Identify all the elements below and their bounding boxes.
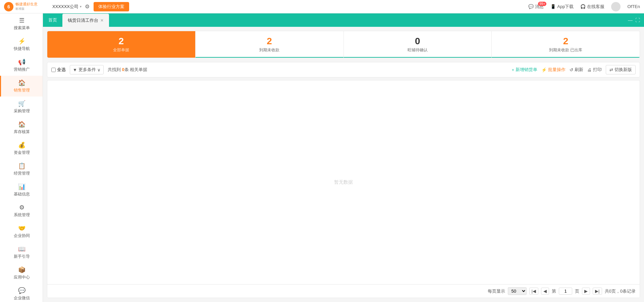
message-badge: 99+	[538, 2, 546, 6]
sidebar-item-sales[interactable]: 🏠 销售管理	[0, 76, 43, 97]
print-btn[interactable]: 🖨 打印	[587, 67, 602, 73]
experience-btn[interactable]: 体验行业方案	[94, 2, 129, 11]
sidebar-item-operation[interactable]: 📋 经营管理	[0, 159, 43, 180]
message-icon: 💬	[528, 4, 534, 9]
switch-version-btn[interactable]: ⇄ 切换新版	[606, 65, 636, 74]
headset-icon: 🎧	[580, 4, 586, 9]
switch-label: 切换新版	[614, 67, 632, 73]
logo-icon: 6	[4, 2, 13, 11]
company-selector[interactable]: XXXXXX公司 ▾	[52, 4, 82, 10]
filter-icon: ▼	[73, 67, 77, 72]
last-page-btn[interactable]: ▶|	[593, 288, 602, 295]
quick-nav-icon: ⚡	[18, 38, 25, 45]
toolbar-right: + 新增销货单 ⚡ 批量操作 ↺ 刷新 🖨 打印	[512, 65, 636, 74]
app-center-icon: 📦	[18, 266, 25, 274]
sidebar-item-enterprise-wx[interactable]: 💬 企业微信	[0, 284, 43, 302]
sidebar-item-inventory[interactable]: 🏠 库存核算	[0, 117, 43, 138]
current-page-input[interactable]	[559, 288, 572, 295]
summary-card-overdue-shipped[interactable]: 2 到期未收款 已出库	[492, 31, 640, 58]
sidebar-label: 系统管理	[14, 212, 30, 218]
sidebar-label: 企业协同	[14, 233, 30, 239]
online-service-btn[interactable]: 🎧 在线客服	[580, 4, 604, 10]
tab-expand-icon[interactable]: ⛶	[635, 17, 640, 23]
batch-icon: ⚡	[541, 67, 547, 72]
next-page-btn[interactable]: ▶	[582, 288, 590, 295]
sidebar-item-search-menu[interactable]: ☰ 搜索菜单	[0, 13, 43, 34]
refresh-btn[interactable]: ↺ 刷新	[570, 67, 583, 73]
total-info: 共0页，0条记录	[605, 288, 636, 294]
tab-work-desk-label: 钱货日清工作台	[68, 17, 98, 23]
logo-area: 6 畅捷通好生意 标准版	[4, 2, 47, 11]
sidebar-item-marketing[interactable]: 📢 营销推广	[0, 55, 43, 76]
tab-bar: 首页 钱货日清工作台 ✕ — ⛶	[43, 13, 644, 27]
top-right: 💬 消息 99+ 📱 App下载 🎧 在线客服 OfTEn	[528, 2, 640, 11]
first-page-btn[interactable]: |◀	[529, 288, 538, 295]
basic-info-icon: 📊	[18, 183, 25, 190]
page-content: 2 全部单据 2 到期未收款 0 旺辅待确认 2 到期未收款 已出库	[43, 27, 644, 302]
all-count: 2	[119, 36, 124, 47]
sidebar-item-basic-info[interactable]: 📊 基础信息	[0, 180, 43, 200]
prev-page-btn[interactable]: ◀	[541, 288, 549, 295]
batch-ops-btn[interactable]: ⚡ 批量操作	[541, 67, 566, 73]
tab-minimize-icon[interactable]: —	[628, 17, 633, 23]
page-label2: 页	[575, 288, 579, 294]
tab-home[interactable]: 首页	[43, 13, 62, 27]
logo-badge: 标准版	[15, 7, 38, 11]
add-sales-btn[interactable]: + 新增销货单	[512, 67, 537, 73]
chevron-down-icon: ▾	[80, 5, 82, 8]
settings-icon[interactable]: ⚙	[85, 3, 90, 10]
overdue-shipped-count: 2	[563, 36, 569, 47]
select-all-input[interactable]	[51, 68, 56, 72]
page-label: 第	[552, 288, 556, 294]
user-avatar[interactable]	[611, 2, 621, 11]
sidebar-label: 应用中心	[14, 275, 30, 280]
print-label: 打印	[593, 67, 602, 73]
content-area: 首页 钱货日清工作台 ✕ — ⛶ 2 全部单据 2	[43, 13, 644, 302]
found-count: 0	[122, 67, 124, 72]
sidebar-item-app-center[interactable]: 📦 应用中心	[0, 263, 43, 284]
enterprise-coop-icon: 🤝	[18, 225, 25, 232]
sidebar-item-finance[interactable]: 💰 资金管理	[0, 138, 43, 159]
company-name: XXXXXX公司	[52, 4, 78, 10]
sidebar-item-beginner[interactable]: 📖 新手引导	[0, 242, 43, 263]
message-area[interactable]: 💬 消息 99+	[528, 4, 544, 10]
logo-text: 畅捷通好生意	[15, 2, 38, 6]
filter-btn[interactable]: ▼ 更多条件 ∨	[70, 65, 104, 74]
purchase-icon: 🛒	[18, 100, 25, 107]
sidebar-item-quick-nav[interactable]: ⚡ 快捷导航	[0, 34, 43, 55]
sidebar-label: 营销推广	[14, 67, 30, 72]
system-icon: ⚙	[19, 204, 24, 211]
summary-card-wangwang[interactable]: 0 旺辅待确认	[344, 31, 492, 58]
sidebar-item-purchase[interactable]: 🛒 采购管理	[0, 97, 43, 117]
tab-work-desk[interactable]: 钱货日清工作台 ✕	[62, 14, 109, 27]
select-all-checkbox[interactable]: 全选	[51, 67, 66, 73]
summary-cards: 2 全部单据 2 到期未收款 0 旺辅待确认 2 到期未收款 已出库	[47, 31, 640, 58]
sidebar-label: 经营管理	[14, 171, 30, 176]
sidebar-item-enterprise-coop[interactable]: 🤝 企业协同	[0, 221, 43, 242]
sales-icon: 🏠	[18, 79, 25, 86]
found-text: 共找到 0条 条相关单据相关单据	[108, 67, 147, 73]
sidebar-label: 采购管理	[14, 108, 30, 114]
user-name[interactable]: OfTEn	[627, 4, 640, 9]
sidebar: ☰ 搜索菜单 ⚡ 快捷导航 📢 营销推广 🏠 销售管理 🛒 采购管理 🏠 库存核…	[0, 13, 43, 302]
sidebar-label: 库存核算	[14, 129, 30, 135]
beginner-icon: 📖	[18, 245, 25, 253]
sidebar-label: 资金管理	[14, 150, 30, 156]
print-icon: 🖨	[587, 67, 592, 72]
search-menu-icon: ☰	[19, 17, 24, 24]
top-bar: 6 畅捷通好生意 标准版 XXXXXX公司 ▾ ⚙ 体验行业方案 💬 消息 99…	[0, 0, 644, 13]
table-area: 暂无数据 每页显示 50 100 200 |◀ ◀ 第 页 ▶ ▶|	[47, 80, 640, 298]
refresh-icon: ↺	[570, 67, 573, 72]
tab-close-icon[interactable]: ✕	[100, 18, 104, 23]
logo-text-area: 畅捷通好生意 标准版	[15, 2, 38, 11]
per-page-select[interactable]: 50 100 200	[508, 287, 527, 295]
overdue-shipped-label: 到期未收款 已出库	[549, 47, 582, 53]
sidebar-item-system[interactable]: ⚙ 系统管理	[0, 200, 43, 221]
filter-label: 更多条件	[78, 67, 96, 73]
toolbar: 全选 ▼ 更多条件 ∨ 共找到 0条 条相关单据相关单据 + 新增销货单	[47, 62, 640, 77]
summary-card-all[interactable]: 2 全部单据	[47, 31, 196, 58]
marketing-icon: 📢	[18, 58, 25, 66]
summary-card-overdue[interactable]: 2 到期未收款	[196, 31, 344, 58]
tab-home-label: 首页	[48, 17, 57, 23]
app-download-btn[interactable]: 📱 App下载	[550, 4, 574, 10]
